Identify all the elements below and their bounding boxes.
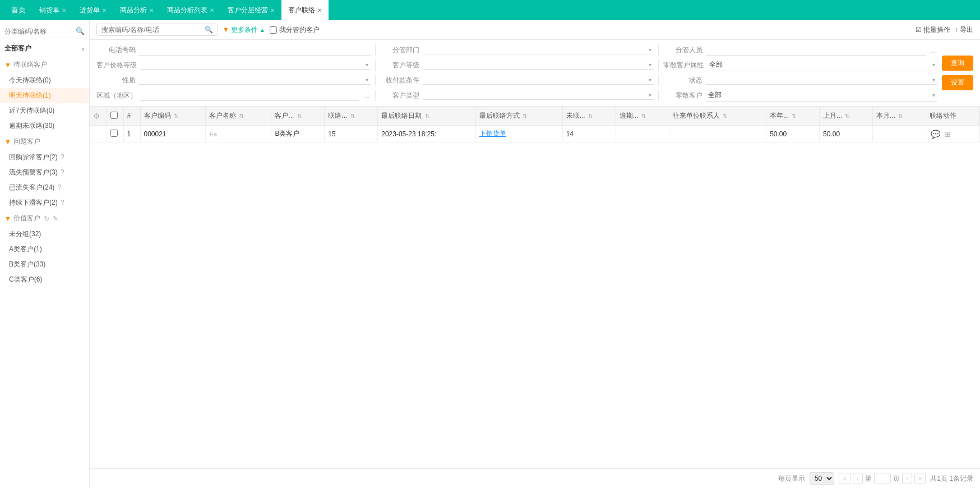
checkbox-icon: ☑ [916, 26, 922, 34]
payment-label: 收付款条件 [380, 76, 419, 85]
col-contact[interactable]: 联络... ⇅ [325, 107, 378, 126]
col-this-month[interactable]: 本月... ⇅ [873, 107, 926, 126]
sidebar-item-b-class[interactable]: B类客户(33) [0, 257, 89, 272]
close-sales-tab[interactable]: ✕ [62, 7, 66, 13]
close-customer-tier-tab[interactable]: ✕ [270, 7, 275, 13]
nav-purchase[interactable]: 进货单 ✕ [73, 0, 113, 20]
close-customer-contact-tab[interactable]: ✕ [317, 7, 322, 13]
customer-type-label: 客户类型 [380, 91, 419, 100]
sort-ty-icon: ⇅ [792, 113, 796, 119]
sidebar-item-today[interactable]: 今天待联络(0) [0, 73, 89, 88]
next-page-btn[interactable]: › [902, 473, 912, 484]
payment-select[interactable]: ▾ [423, 76, 654, 85]
col-overdue[interactable]: 逾期... ⇅ [616, 107, 669, 126]
customer-level-select[interactable]: ▾ [423, 61, 654, 70]
sidebar-search-box: 🔍 [0, 25, 89, 38]
col-name[interactable]: 客户名称 ⇅ [206, 107, 271, 126]
sidebar-all-customers[interactable]: 全部客户 « [0, 40, 89, 57]
sidebar-item-lost-risk[interactable]: 流失预警客户(3) ? [0, 165, 89, 180]
col-last-contact-method[interactable]: 最后联络方式 ⇅ [476, 107, 563, 126]
page-size-select[interactable]: 50 [810, 472, 834, 485]
value-customers-edit[interactable]: ✎ [53, 215, 58, 223]
sidebar-search-input[interactable] [4, 27, 76, 35]
dept-select[interactable]: ▾ [423, 45, 654, 54]
nav-goods-analysis-list[interactable]: 商品分析列表 ✕ [160, 0, 221, 20]
close-goods-analysis-tab[interactable]: ✕ [149, 7, 154, 13]
export-btn[interactable]: ↑ 导出 [955, 25, 973, 35]
sidebar-search-icon[interactable]: 🔍 [76, 27, 85, 35]
person-label: 分管人员 [663, 45, 702, 55]
area-input[interactable] [140, 90, 359, 101]
more-conditions-btn[interactable]: ▼ 更多条件 ▲ [223, 25, 265, 35]
first-page-btn[interactable]: « [839, 473, 850, 484]
col-last-contact-date[interactable]: 最后联络日期 ⇅ [378, 107, 476, 126]
status-arrow-icon: ▾ [932, 77, 935, 83]
my-customers-checkbox[interactable]: 我分管的客户 [270, 25, 320, 35]
close-goods-analysis-list-tab[interactable]: ✕ [210, 7, 214, 13]
nav-sales[interactable]: 销货单 ✕ [33, 0, 73, 20]
col-not-contacted[interactable]: 未联... ⇅ [562, 107, 616, 126]
nav-customer-tier[interactable]: 客户分层经营 ✕ [221, 0, 281, 20]
close-purchase-tab[interactable]: ✕ [102, 7, 107, 13]
retail-attr-arrow-icon: ▾ [932, 62, 935, 68]
select-all-checkbox[interactable] [110, 112, 118, 119]
prev-page-btn[interactable]: ‹ [853, 473, 863, 484]
search-icon[interactable]: 🔍 [205, 26, 213, 34]
batch-op-btn[interactable]: ☑ 批量操作 [916, 25, 950, 35]
query-button[interactable]: 查询 [942, 56, 973, 71]
customer-type-select[interactable]: ▾ [423, 91, 654, 100]
status-select[interactable]: ▾ [706, 76, 937, 85]
query-setting-panel: 查询 设置 [942, 44, 973, 102]
filter-retail-attr: 零散客户属性 全部 ▾ [663, 59, 937, 71]
dept-arrow-icon: ▾ [649, 47, 651, 53]
sidebar-item-already-lost[interactable]: 已流失客户(24) ? [0, 180, 89, 195]
person-input[interactable] [706, 45, 926, 56]
row-select-checkbox[interactable] [110, 130, 118, 137]
action-grid-icon[interactable]: ⊞ [944, 130, 951, 139]
filter-customer-type: 客户类型 ▾ [380, 91, 654, 100]
row-action: 💬 ⊞ [926, 126, 979, 142]
setting-button[interactable]: 设置 [942, 75, 973, 90]
footer: 每页显示 50 « ‹ 第 1 页 › » 共1页 1条记录 [90, 468, 980, 488]
col-code[interactable]: 客户编码 ⇅ [140, 107, 206, 126]
filter-bar: 🔍 ▼ 更多条件 ▲ 我分管的客户 ☑ 批量操作 ↑ 导出 [90, 20, 980, 40]
sidebar-item-c-class[interactable]: C类客户(6) [0, 272, 89, 287]
contact-method-link[interactable]: 下销货单 [479, 130, 506, 137]
phone-label: 电话号码 [96, 45, 136, 55]
nav-customer-contact[interactable]: 客户联络 ✕ [281, 0, 329, 20]
search-input[interactable] [101, 26, 202, 34]
action-btns: ☑ 批量操作 ↑ 导出 [916, 25, 973, 35]
last-page-btn[interactable]: » [914, 473, 926, 484]
value-customers-refresh[interactable]: ↻ [44, 215, 49, 223]
price-level-select[interactable]: ▾ [140, 61, 371, 70]
col-customer-class[interactable]: 客户... ⇅ [271, 107, 325, 126]
page-input[interactable]: 1 [874, 473, 891, 484]
area-more-icon[interactable]: … [363, 91, 371, 100]
nature-label: 性质 [96, 76, 136, 85]
sidebar-item-a-class[interactable]: A类客户(1) [0, 242, 89, 257]
total-label: 共1页 1条记录 [930, 474, 973, 484]
retail-attr-select[interactable]: 全部 ▾ [707, 59, 937, 71]
sidebar-item-tomorrow[interactable]: 明天待联络(1) [0, 88, 89, 103]
col-last-month[interactable]: 上月... ⇅ [820, 107, 873, 126]
nature-arrow-icon: ▾ [366, 77, 368, 83]
sidebar-item-repurchase-abnormal[interactable]: 回购异常客户(2) ? [0, 150, 89, 165]
col-this-year[interactable]: 本年... ⇅ [766, 107, 820, 126]
nav-goods-analysis[interactable]: 商品分析 ✕ [113, 0, 160, 20]
sidebar-item-continuous-decline[interactable]: 持续下滑客户(2) ? [0, 195, 89, 210]
my-customers-check[interactable] [270, 26, 277, 34]
sidebar-item-7days[interactable]: 近7天待联络(0) [0, 103, 89, 118]
person-more-icon[interactable]: … [930, 45, 937, 54]
col-unit-contact[interactable]: 往来单位联系人 ⇅ [669, 107, 766, 126]
nav-home[interactable]: 首页 [4, 0, 33, 20]
retail-customer-select[interactable]: 全部 ▾ [706, 89, 937, 102]
sidebar-item-overdue[interactable]: 逾期未联络(30) [0, 118, 89, 133]
filter-area: 区域（地区） … [96, 90, 371, 101]
sidebar-item-ungrouped[interactable]: 未分组(32) [0, 227, 89, 242]
gear-icon[interactable]: ⚙ [93, 112, 100, 121]
sort-contact-icon: ⇅ [350, 113, 355, 119]
action-chat-icon[interactable]: 💬 [931, 130, 940, 139]
row-code: 000021 [140, 126, 206, 142]
nature-select[interactable]: ▾ [139, 76, 371, 85]
phone-input[interactable] [139, 45, 371, 56]
